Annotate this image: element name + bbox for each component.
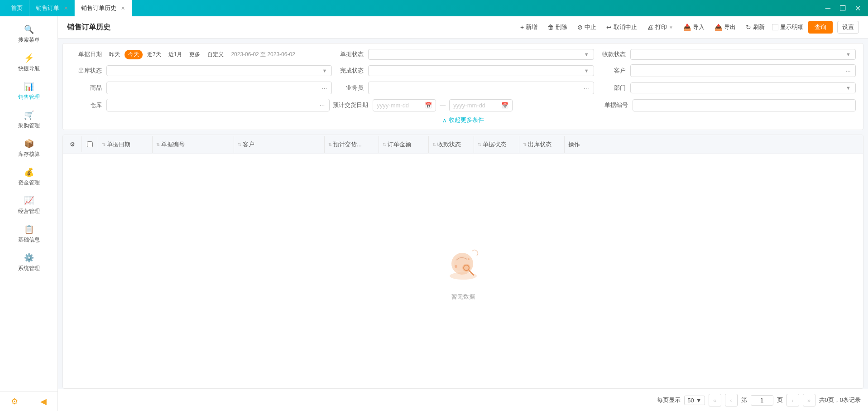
display-detail-checkbox[interactable]: 显示明细	[772, 23, 804, 31]
tab-sales-order-history-close[interactable]: ✕	[121, 5, 125, 11]
sidebar-item-purchase-mgmt[interactable]: 🛒 采购管理	[0, 106, 58, 134]
delivery-date-end[interactable]: yyyy-mm-dd 📅	[449, 99, 513, 111]
next-page-btn[interactable]: ›	[786, 394, 799, 406]
sidebar-item-inventory[interactable]: 📦 库存核算	[0, 134, 58, 163]
search-menu-icon: 🔍	[24, 24, 34, 34]
last-page-btn[interactable]: »	[803, 394, 815, 406]
customer-select[interactable]: ···	[630, 64, 856, 77]
date-label: 单据日期	[70, 50, 106, 58]
date-custom[interactable]: 自定义	[205, 50, 226, 59]
th-sort-icon-outbound: ⇅	[523, 142, 527, 147]
goods-dots[interactable]: ···	[322, 84, 327, 92]
warehouse-dots[interactable]: ···	[320, 102, 325, 109]
outbound-status-field: ▼	[106, 65, 332, 76]
print-button[interactable]: 🖨 打印 ▼	[644, 21, 676, 33]
tab-sales-order-close[interactable]: ✕	[64, 5, 68, 11]
warehouse-field: ···	[106, 99, 330, 111]
date-today[interactable]: 今天	[125, 50, 143, 59]
empty-icon	[441, 242, 486, 287]
print-label: 打印	[655, 23, 667, 31]
export-button[interactable]: 📤 导出	[712, 21, 739, 33]
date-last1month[interactable]: 近1月	[166, 50, 185, 59]
cancel-stop-button[interactable]: ↩ 取消中止	[604, 21, 640, 33]
basic-info-icon: 📋	[24, 224, 34, 234]
import-icon: 📥	[683, 24, 691, 31]
sidebar-item-operations-label: 经营管理	[18, 208, 40, 215]
table-settings-icon: ⚙	[70, 141, 75, 148]
th-checkbox[interactable]	[82, 137, 98, 152]
tab-sales-order-history[interactable]: 销售订单历史 ✕	[75, 0, 132, 16]
filter-row-4: 仓库 ··· 预计交货日期 yyyy-mm-dd 📅 — yyyy-mm-d	[70, 99, 856, 111]
th-date-label: 单据日期	[107, 140, 130, 149]
payment-status-arrow: ▼	[846, 52, 851, 57]
query-button[interactable]: 查询	[808, 21, 833, 34]
sidebar-item-sales-mgmt[interactable]: 📊 销售管理	[0, 77, 58, 106]
th-settings[interactable]: ⚙	[63, 136, 82, 152]
salesperson-dots[interactable]: ···	[584, 84, 589, 92]
outbound-status-arrow: ▼	[322, 68, 327, 73]
sidebar-item-sales-mgmt-label: 销售管理	[18, 93, 40, 101]
order-number-input[interactable]	[633, 99, 856, 111]
outbound-status-select[interactable]: ▼	[106, 65, 332, 76]
sidebar-item-operations[interactable]: 📈 经营管理	[0, 191, 58, 220]
customer-dots[interactable]: ···	[845, 67, 851, 74]
order-status-select[interactable]: ▼	[368, 49, 594, 60]
window-restore[interactable]: ❐	[837, 3, 849, 14]
select-all-checkbox[interactable]	[87, 141, 93, 147]
th-order[interactable]: ⇅ 单据编号	[153, 136, 234, 153]
th-date[interactable]: ⇅ 单据日期	[98, 136, 153, 153]
warehouse-select[interactable]: ···	[106, 99, 330, 111]
salesperson-select[interactable]: ···	[368, 82, 594, 94]
stop-button[interactable]: ⊘ 中止	[575, 21, 599, 33]
print-icon: 🖨	[647, 24, 653, 31]
calendar-end-icon: 📅	[501, 102, 508, 109]
th-customer[interactable]: ⇅ 客户	[234, 136, 325, 153]
sidebar-item-basic-info[interactable]: 📋 基础信息	[0, 220, 58, 248]
date-last7[interactable]: 近7天	[144, 50, 164, 59]
prev-page-btn[interactable]: ‹	[725, 394, 738, 406]
empty-text: 暂无数据	[451, 293, 475, 301]
delivery-date-start[interactable]: yyyy-mm-dd 📅	[373, 99, 436, 111]
sidebar-item-search-menu[interactable]: 🔍 搜索菜单	[0, 20, 58, 48]
delete-button[interactable]: 🗑 删除	[545, 21, 570, 33]
first-page-btn[interactable]: «	[709, 394, 721, 406]
toolbar: + 新增 🗑 删除 ⊘ 中止 ↩ 取消中止 🖨 打印	[518, 21, 859, 34]
th-sort-icon-order-status: ⇅	[478, 142, 481, 147]
settings-button[interactable]: 设置	[837, 21, 859, 34]
page-number-input[interactable]	[751, 395, 773, 406]
top-bar: 首页 销售订单 ✕ 销售订单历史 ✕ ─ ❐ ✕	[0, 0, 868, 16]
sidebar-collapse-btn[interactable]: ◀	[40, 396, 47, 406]
completion-status-select[interactable]: ▼	[368, 65, 594, 76]
page-title: 销售订单历史	[67, 23, 110, 32]
th-pay-status[interactable]: ⇅ 收款状态	[429, 136, 474, 153]
th-outbound[interactable]: ⇅ 出库状态	[519, 136, 565, 153]
tab-sales-order[interactable]: 销售订单 ✕	[29, 0, 75, 16]
window-minimize[interactable]: ─	[823, 3, 833, 13]
department-select[interactable]: ▼	[630, 82, 856, 93]
tab-home[interactable]: 首页	[5, 0, 29, 16]
content-area: 销售订单历史 + 新增 🗑 删除 ⊘ 中止 ↩ 取消中止	[58, 16, 868, 411]
th-order-status[interactable]: ⇅ 单据状态	[474, 136, 519, 153]
page-size-select[interactable]: 50 ▼	[684, 396, 705, 405]
sidebar-item-quick-nav[interactable]: ⚡ 快捷导航	[0, 48, 58, 77]
empty-state: 暂无数据	[441, 242, 486, 301]
th-amount[interactable]: ⇅ 订单金额	[379, 136, 429, 153]
date-more[interactable]: 更多	[187, 50, 203, 59]
refresh-button[interactable]: ↻ 刷新	[743, 21, 767, 33]
date-yesterday[interactable]: 昨天	[106, 50, 123, 59]
sidebar-item-quick-nav-label: 快捷导航	[18, 65, 40, 73]
sidebar-settings-btn[interactable]: ⚙	[11, 396, 18, 406]
goods-select[interactable]: ···	[106, 82, 332, 94]
collapse-button[interactable]: ∧ 收起更多条件	[70, 116, 856, 124]
th-sort-icon-amount: ⇅	[383, 142, 386, 147]
new-button[interactable]: + 新增	[518, 21, 540, 33]
window-close[interactable]: ✕	[852, 3, 863, 14]
sidebar-item-system-mgmt[interactable]: ⚙️ 系统管理	[0, 248, 58, 277]
filter-row-1: 单据日期 昨天 今天 近7天 近1月 更多 自定义 2023-06-02 至 2…	[70, 49, 856, 60]
import-button[interactable]: 📥 导入	[681, 21, 707, 33]
payment-status-select[interactable]: ▼	[630, 49, 856, 60]
th-delivery[interactable]: ⇅ 预计交货...	[325, 136, 379, 153]
sidebar-item-finance[interactable]: 💰 资金管理	[0, 163, 58, 191]
system-mgmt-icon: ⚙️	[24, 253, 34, 263]
tab-sales-order-history-label: 销售订单历史	[81, 4, 116, 12]
